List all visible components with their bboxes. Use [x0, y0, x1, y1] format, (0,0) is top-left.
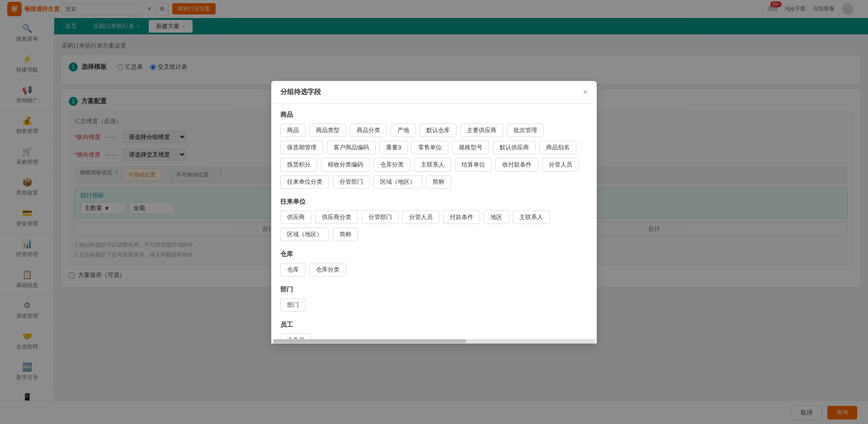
chip-payment-terms[interactable]: 收付款条件	[495, 158, 538, 172]
chip-batch-mgmt[interactable]: 批次管理	[507, 124, 544, 137]
chip-default-warehouse[interactable]: 默认仓库	[420, 124, 457, 137]
section-warehouse-title: 仓库	[280, 250, 588, 258]
chip-product-alias[interactable]: 商品别名	[539, 141, 576, 154]
chip-weight[interactable]: 重量3	[379, 141, 408, 154]
modal-close-button[interactable]: ×	[583, 87, 588, 97]
section-warehouse-chips: 仓库 仓库分类	[280, 263, 588, 276]
chip-tax-code[interactable]: 税收分类编码	[321, 158, 370, 172]
chip-short-name-product[interactable]: 简称	[426, 175, 451, 189]
hscroll-thumb[interactable]	[273, 339, 466, 343]
section-dept-title: 部门	[280, 286, 588, 294]
hscroll-track	[273, 339, 595, 343]
chip-warehouse-cat[interactable]: 仓库分类	[309, 263, 346, 276]
chip-pick-points[interactable]: 拣货积分	[280, 158, 317, 172]
section-employee-title: 员工	[280, 321, 588, 329]
chip-short-name-partner[interactable]: 简称	[333, 228, 358, 241]
chip-salesperson[interactable]: 业务员	[280, 333, 311, 339]
section-dept: 部门 部门	[280, 286, 588, 312]
field-select-modal: 分组待选字段 × 商品 商品 商品类型 商品分类 产地 默认仓库 主要供应商 批…	[271, 81, 597, 343]
chip-supplier[interactable]: 供应商	[280, 210, 311, 224]
chip-region2-partner[interactable]: 区域（地区）	[280, 228, 329, 241]
section-product: 商品 商品 商品类型 商品分类 产地 默认仓库 主要供应商 批次管理 保质期管理…	[280, 111, 588, 189]
section-employee: 员工 业务员	[280, 321, 588, 339]
chip-supplier-category[interactable]: 供应商分类	[315, 210, 358, 224]
chip-product-type[interactable]: 商品类型	[309, 124, 346, 137]
chip-dept-partner[interactable]: 分管部门	[362, 210, 399, 224]
section-partner-title: 往来单位	[280, 198, 588, 206]
chip-default-supplier[interactable]: 默认供应商	[493, 141, 536, 154]
section-dept-chips: 部门	[280, 298, 588, 312]
chip-spec-model[interactable]: 规格型号	[452, 141, 489, 154]
modal-title: 分组待选字段	[280, 88, 321, 96]
chip-origin[interactable]: 产地	[391, 124, 416, 137]
chip-supervisor[interactable]: 分管人员	[542, 158, 579, 172]
chip-main-contact[interactable]: 主联系人	[414, 158, 451, 172]
chip-partner-category[interactable]: 往来单位分类	[280, 175, 329, 189]
chip-customer-code[interactable]: 客户商品编码	[327, 141, 376, 154]
section-employee-chips: 业务员	[280, 333, 588, 339]
chip-product[interactable]: 商品	[280, 124, 306, 137]
chip-main-contact-partner[interactable]: 主联系人	[513, 210, 550, 224]
chip-region-partner[interactable]: 地区	[484, 210, 509, 224]
chip-region-product[interactable]: 区域（地区）	[373, 175, 422, 189]
section-partner: 往来单位 供应商 供应商分类 分管部门 分管人员 付款条件 地区 主联系人 区域…	[280, 198, 588, 241]
chip-product-category[interactable]: 商品分类	[350, 124, 387, 137]
section-product-title: 商品	[280, 111, 588, 119]
chip-dept-supervisor[interactable]: 分管部门	[333, 175, 370, 189]
chip-warehouse-category[interactable]: 仓库分类	[373, 158, 410, 172]
chip-retail-unit[interactable]: 零售单位	[411, 141, 448, 154]
chip-warehouse[interactable]: 仓库	[280, 263, 306, 276]
chip-dept[interactable]: 部门	[280, 298, 306, 312]
modal-overlay[interactable]: 分组待选字段 × 商品 商品 商品类型 商品分类 产地 默认仓库 主要供应商 批…	[0, 0, 868, 424]
section-product-chips: 商品 商品类型 商品分类 产地 默认仓库 主要供应商 批次管理 保质期管理 客户…	[280, 124, 588, 189]
modal-hscrollbar[interactable]	[271, 339, 597, 343]
section-warehouse: 仓库 仓库 仓库分类	[280, 250, 588, 276]
chip-supervisor-partner[interactable]: 分管人员	[402, 210, 439, 224]
modal-body: 商品 商品 商品类型 商品分类 产地 默认仓库 主要供应商 批次管理 保质期管理…	[271, 104, 597, 339]
chip-payment-terms-partner[interactable]: 付款条件	[443, 210, 480, 224]
chip-shelf-life[interactable]: 保质期管理	[280, 141, 323, 154]
chip-main-supplier[interactable]: 主要供应商	[460, 124, 503, 137]
modal-header: 分组待选字段 ×	[271, 81, 597, 104]
chip-settlement-unit[interactable]: 结算单位	[455, 158, 492, 172]
section-partner-chips: 供应商 供应商分类 分管部门 分管人员 付款条件 地区 主联系人 区域（地区） …	[280, 210, 588, 241]
